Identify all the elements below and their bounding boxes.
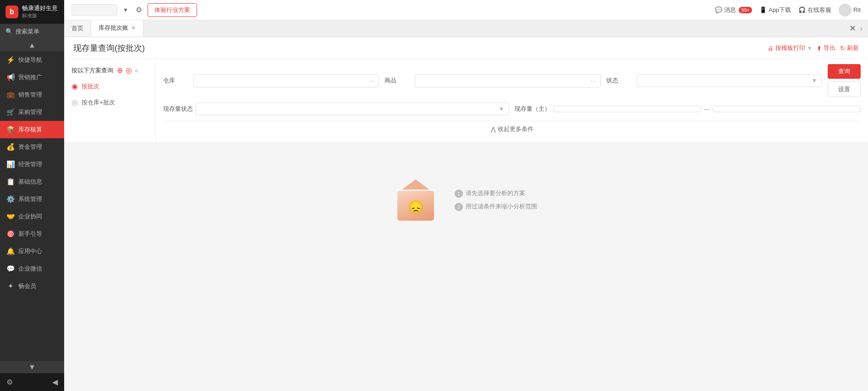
product-more-icon[interactable]: ··· [591,77,596,84]
product-input[interactable]: ··· [415,74,600,87]
warehouse-label: 仓库 [163,76,191,85]
print-btn[interactable]: 🖨 按模板打印 ▼ [768,44,812,52]
sidebar-item-finance[interactable]: 💰 资金管理 [0,138,64,156]
sidebar-item-system[interactable]: ⚙️ 系统管理 [0,190,64,208]
operations-icon: 📊 [6,160,15,168]
sidebar-item-label: 企业协同 [18,212,42,221]
inventory-status-field: 现存量状态 ▼ [163,103,509,115]
sidebar-item-app-center[interactable]: 🔔 应用中心 [0,243,64,260]
status-label: 状态 [606,76,634,85]
export-label: 导出 [824,44,835,52]
panel-expand-icon[interactable]: › [860,24,863,33]
topbar-search-input[interactable] [71,4,117,16]
sidebar-item-onboarding[interactable]: 🎯 新手引导 [0,225,64,243]
topbar-dropdown-btn[interactable]: ▼ [123,7,128,13]
main-area: ▼ ⚙ 体验行业方案 💬 消息 99+ 📱 App下载 🎧 在线客服 Rit [64,0,868,391]
sidebar-nav: ⚡ 快捷导航 📢 营销推广 💼 销售管理 🛒 采购管理 📦 库存核算 💰 资金管… [0,51,64,361]
content-area: 现存量查询(按批次) 🖨 按模板打印 ▼ ⬆ 导出 ↻ 刷新 [64,37,868,391]
sidebar-item-label: 采购管理 [18,108,42,116]
sidebar-item-membership[interactable]: ✦ 畅会员 [0,277,64,295]
filter-option-by-warehouse-batch[interactable]: ◎ 按仓库+批次 [64,94,155,110]
sidebar-item-sales[interactable]: 💼 销售管理 [0,86,64,103]
page-title: 现存量查询(按批次) [73,43,145,54]
print-label: 按模板打印 [775,44,805,52]
filter-option-by-batch[interactable]: ◉ 按批次 [64,78,155,94]
topbar-gear-icon[interactable]: ⚙ [136,5,142,14]
headset-icon: 🎧 [798,6,806,13]
sidebar-item-purchase[interactable]: 🛒 采购管理 [0,103,64,121]
refresh-btn[interactable]: ↻ 刷新 [840,44,859,52]
sidebar-scroll-down[interactable]: ▼ [0,361,64,373]
warehouse-input[interactable]: ··· [193,74,379,87]
message-btn[interactable]: 💬 消息 99+ [715,6,752,14]
export-icon: ⬆ [817,45,822,52]
sidebar-item-label: 经营管理 [18,160,42,168]
sidebar-item-label: 畅会员 [18,282,36,290]
onboarding-icon: 🎯 [6,230,15,238]
membership-icon: ✦ [6,282,15,290]
collapse-sidebar-icon[interactable]: ◀ [52,378,58,386]
active-option-icon: ◉ [71,82,78,91]
sidebar-item-basics[interactable]: 📋 基础信息 [0,173,64,190]
sidebar-search[interactable]: 🔍 搜索菜单 [0,24,64,39]
basics-icon: 📋 [6,178,15,186]
app-download-btn[interactable]: 📱 App下载 [759,6,791,14]
status-field: 状态 ▼ [606,74,822,87]
query-btn[interactable]: 查询 [828,64,861,79]
tab-close-icon[interactable]: ✕ [131,25,136,31]
sidebar-item-quick-nav[interactable]: ⚡ 快捷导航 [0,51,64,69]
product-label: 商品 [385,76,412,85]
purchase-icon: 🛒 [6,108,15,116]
sidebar-item-label: 基础信息 [18,178,42,186]
search-icon: 🔍 [5,28,13,35]
product-field: 商品 ··· [385,74,600,87]
filter-row-1: 仓库 ··· 商品 ··· 状态 [163,64,861,97]
filter-sidebar: 按以下方案查询 ⊕ ◎ « ◉ 按批次 ◎ 按仓库+批次 [64,59,156,142]
filter-option-label: 按批次 [82,82,99,91]
sidebar: b 畅康通好生意 标准版 🔍 搜索菜单 ▲ ⚡ 快捷导航 📢 营销推广 💼 销售… [0,0,64,391]
settings-btn[interactable]: 设置 [828,81,861,97]
user-label: Rit [853,6,861,13]
inventory-qty-max[interactable] [713,106,861,112]
sidebar-scroll-up[interactable]: ▲ [0,39,64,51]
panel-close-btn[interactable]: ✕ [849,23,856,33]
sidebar-item-inventory[interactable]: 📦 库存核算 [0,121,64,138]
inventory-status-select[interactable]: ▼ [196,103,509,115]
filter-row-2: 现存量状态 ▼ 现存量（主） — [163,103,861,115]
sidebar-item-label: 销售管理 [18,91,42,99]
user-menu-btn[interactable]: Rit [839,4,861,16]
experience-btn[interactable]: 体验行业方案 [148,3,197,17]
export-btn[interactable]: ⬆ 导出 [817,44,835,52]
warehouse-field: 仓库 ··· [163,74,379,87]
inventory-qty-min[interactable] [553,106,701,112]
sidebar-item-marketing[interactable]: 📢 营销推广 [0,69,64,86]
online-service-btn[interactable]: 🎧 在线客服 [798,6,831,14]
add-filter-icon[interactable]: ⊕ [117,66,123,75]
empty-illustration: 😞 [395,179,441,225]
sidebar-item-enterprise-wechat[interactable]: 💬 企业微信 [0,260,64,277]
warehouse-more-icon[interactable]: ··· [369,77,374,84]
filter-collapse-icon[interactable]: « [135,67,138,74]
collapse-more-btn[interactable]: ⋀ 收起更多条件 [163,121,861,137]
filter-settings-icon[interactable]: ◎ [126,66,132,75]
filter-form: 仓库 ··· 商品 ··· 状态 [156,59,868,142]
tab-inventory-batch[interactable]: 库存批次账 ✕ [91,20,143,37]
tab-home[interactable]: 首页 [64,21,91,36]
empty-state: 😞 1 请先选择要分析的方案 2 用过滤条件来缩小分析范围 [64,143,868,262]
filter-option-label: 按仓库+批次 [82,98,115,107]
sidebar-item-enterprise[interactable]: 🤝 企业协同 [0,208,64,225]
filter-panel: 按以下方案查询 ⊕ ◎ « ◉ 按批次 ◎ 按仓库+批次 [64,59,868,143]
app-center-icon: 🔔 [6,247,15,255]
online-service-label: 在线客服 [808,6,831,14]
filter-sidebar-title: 按以下方案查询 ⊕ ◎ « [64,64,155,78]
sidebar-item-operations[interactable]: 📊 经营管理 [0,156,64,173]
enterprise-icon: 🤝 [6,212,15,221]
message-label: 消息 [724,6,736,14]
settings-icon[interactable]: ⚙ [6,378,13,386]
sidebar-item-label: 营销推广 [18,73,42,81]
collapse-label: 收起更多条件 [498,125,533,133]
marketing-icon: 📢 [6,73,15,81]
status-select[interactable]: ▼ [637,74,822,87]
app-title: 畅康通好生意 [22,5,58,12]
hint-2-num: 2 [455,203,463,211]
